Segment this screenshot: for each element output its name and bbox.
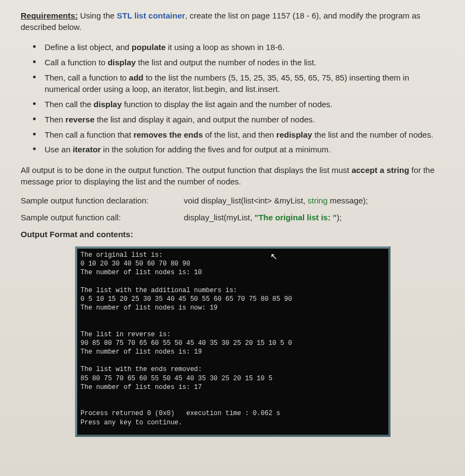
requirements-bullets: Define a list object, and populate it us… [33, 41, 444, 156]
document-page: Requirements: Using the STL list contain… [0, 0, 465, 476]
console-block: Process returned 0 (0x0) execution time … [80, 410, 280, 426]
requirements-line: Requirements: Using the STL list contain… [21, 10, 444, 33]
console-block: The list with the ends removed: 85 80 75… [80, 366, 272, 391]
console-output: The original list is: 0 10 20 30 40 50 6… [80, 251, 385, 427]
sample-call-value: display_list(myList, "The original list … [184, 212, 444, 223]
console-window: ↖ The original list is: 0 10 20 30 40 50… [75, 246, 390, 437]
requirements-label: Requirements: [21, 11, 78, 20]
stl-container-text: STL list container [117, 11, 185, 20]
bullet-item: Define a list object, and populate it us… [33, 41, 444, 53]
bullet-item: Call a function to display the list and … [33, 57, 444, 69]
sample-decl-value: void display_list(list<int> &myList, str… [184, 195, 444, 206]
bullet-item: Then, call a function to add to the list… [33, 72, 444, 96]
output-heading: Output Format and contents: [21, 228, 444, 240]
sample-declaration-row: Sample output function declaration: void… [21, 195, 444, 206]
console-block: The list with the additional numbers is:… [80, 287, 292, 312]
req-intro-pre: Using the [78, 11, 117, 20]
bullet-item: Then call a function that removes the en… [33, 129, 444, 141]
sample-decl-label: Sample output function declaration: [21, 195, 184, 206]
bullet-item: Then call the display function to displa… [33, 98, 444, 110]
bullet-item: Use an iterator in the solution for addi… [33, 144, 444, 156]
all-output-paragraph: All output is to be done in the output f… [21, 164, 444, 187]
console-block: The original list is: 0 10 20 30 40 50 6… [80, 251, 202, 276]
bullet-item: Then reverse the list and display it aga… [33, 114, 444, 126]
sample-call-row: Sample output function call: display_lis… [21, 212, 444, 223]
sample-call-label: Sample output function call: [21, 212, 184, 223]
console-block: The list in reverse is: 90 85 80 75 70 6… [80, 331, 292, 356]
